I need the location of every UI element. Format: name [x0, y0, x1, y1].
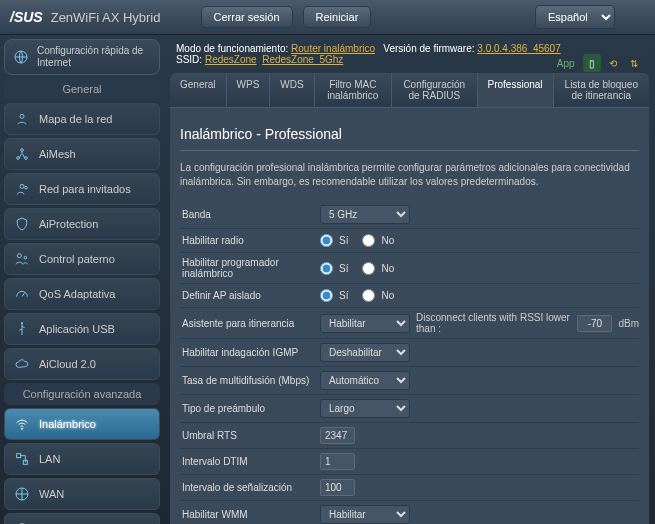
section-general: General: [4, 78, 160, 100]
multicast-select[interactable]: Automático: [320, 371, 410, 390]
map-icon: [13, 110, 31, 128]
panel-desc: La configuración profesional inalámbrica…: [180, 161, 639, 189]
panel-title: Inalámbrico - Professional: [180, 118, 639, 151]
sidebar-item-parental[interactable]: Control paterno: [4, 243, 160, 275]
shield-icon: [13, 215, 31, 233]
mode-link[interactable]: Router inalámbrico: [291, 43, 375, 54]
guest-icon: [13, 180, 31, 198]
beacon-input[interactable]: [320, 479, 355, 496]
svg-point-7: [17, 254, 21, 258]
sidebar-item-alexa[interactable]: Alexa & IFTTT: [4, 513, 160, 524]
tab-radius[interactable]: Configuración de RADIUS: [392, 73, 478, 107]
logout-button[interactable]: Cerrar sesión: [201, 6, 293, 28]
radio-yes[interactable]: [320, 234, 333, 247]
reboot-button[interactable]: Reiniciar: [303, 6, 372, 28]
mesh-icon: [13, 145, 31, 163]
info-bar: Modo de funcionamiento: Router inalámbri…: [170, 39, 649, 69]
svg-point-1: [20, 114, 24, 118]
tab-mac-filter[interactable]: Filtro MAC inalámbrico: [315, 73, 392, 107]
sidebar-item-guest[interactable]: Red para invitados: [4, 173, 160, 205]
sidebar: Configuración rápida de Internet General…: [0, 35, 164, 524]
svg-point-10: [21, 428, 22, 429]
sidebar-item-wireless[interactable]: Inalámbrico: [4, 408, 160, 440]
svg-point-6: [25, 186, 28, 189]
sidebar-item-lan[interactable]: LAN: [4, 443, 160, 475]
isolated-yes[interactable]: [320, 289, 333, 302]
rts-input[interactable]: [320, 427, 355, 444]
globe-icon: [13, 48, 29, 66]
language-select[interactable]: Español: [535, 5, 615, 29]
band-select[interactable]: 5 GHz: [320, 205, 410, 224]
ssid2-link[interactable]: RedesZone_5Ghz: [262, 54, 343, 65]
app-link[interactable]: App: [557, 58, 575, 69]
sidebar-item-aicloud[interactable]: AiCloud 2.0: [4, 348, 160, 380]
svg-point-3: [25, 157, 28, 160]
sidebar-item-wan[interactable]: WAN: [4, 478, 160, 510]
dtim-input[interactable]: [320, 453, 355, 470]
sidebar-item-qos[interactable]: QoS Adaptativa: [4, 278, 160, 310]
status-icon-1[interactable]: ▯: [583, 54, 601, 72]
usb-icon: [13, 320, 31, 338]
tab-wps[interactable]: WPS: [227, 73, 271, 107]
sidebar-item-usb[interactable]: Aplicación USB: [4, 313, 160, 345]
wan-icon: [13, 485, 31, 503]
scheduler-yes[interactable]: [320, 262, 333, 275]
rssi-input[interactable]: [577, 315, 612, 332]
svg-rect-11: [17, 454, 21, 458]
tab-professional[interactable]: Professional: [478, 73, 554, 107]
top-bar: /SUS ZenWiFi AX Hybrid Cerrar sesión Rei…: [0, 0, 655, 35]
settings-panel: Inalámbrico - Professional La configurac…: [170, 108, 649, 524]
sidebar-item-network-map[interactable]: Mapa de la red: [4, 103, 160, 135]
svg-point-2: [17, 157, 20, 160]
isolated-no[interactable]: [362, 289, 375, 302]
svg-point-4: [21, 149, 24, 152]
preamble-select[interactable]: Largo: [320, 399, 410, 418]
tab-roaming-block[interactable]: Lista de bloqueo de itinerancia: [554, 73, 649, 107]
lan-icon: [13, 450, 31, 468]
wifi-icon: [13, 415, 31, 433]
brand-logo: /SUS: [10, 9, 43, 25]
svg-point-8: [24, 256, 27, 259]
scheduler-no[interactable]: [362, 262, 375, 275]
ssid1-link[interactable]: RedesZone: [205, 54, 257, 65]
gauge-icon: [13, 285, 31, 303]
firmware-link[interactable]: 3.0.0.4.386_45607: [477, 43, 560, 54]
cloud-icon: [13, 355, 31, 373]
status-icon-3[interactable]: ⇅: [625, 54, 643, 72]
igmp-select[interactable]: Deshabilitar: [320, 343, 410, 362]
status-icon-2[interactable]: ⟲: [604, 54, 622, 72]
quick-setup-button[interactable]: Configuración rápida de Internet: [4, 39, 160, 75]
sidebar-item-aimesh[interactable]: AiMesh: [4, 138, 160, 170]
tab-wds[interactable]: WDS: [270, 73, 314, 107]
sidebar-item-aiprotection[interactable]: AiProtection: [4, 208, 160, 240]
tab-general[interactable]: General: [170, 73, 227, 107]
roaming-select[interactable]: Habilitar: [320, 314, 410, 333]
wmm-select[interactable]: Habilitar: [320, 505, 410, 524]
model-name: ZenWiFi AX Hybrid: [51, 10, 161, 25]
section-advanced: Configuración avanzada: [4, 383, 160, 405]
alexa-icon: [13, 520, 31, 524]
svg-point-5: [20, 184, 24, 188]
quick-setup-label: Configuración rápida de Internet: [37, 45, 151, 69]
tabs: General WPS WDS Filtro MAC inalámbrico C…: [170, 73, 649, 108]
parental-icon: [13, 250, 31, 268]
main-panel: Modo de funcionamiento: Router inalámbri…: [164, 35, 655, 524]
radio-no[interactable]: [362, 234, 375, 247]
chevron-down-icon[interactable]: [625, 7, 645, 27]
